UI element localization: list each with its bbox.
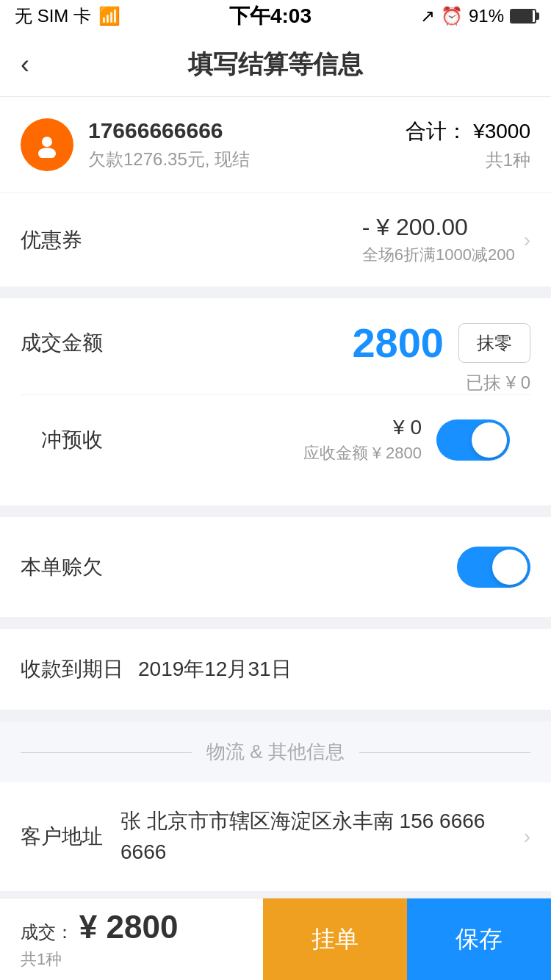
user-row: 17666666666 欠款1276.35元, 现结 合计： ¥3000 共1种 xyxy=(0,97,551,192)
logistics-header: 物流 & 其他信息 xyxy=(0,721,551,782)
status-time: 下午4:03 xyxy=(229,2,311,30)
prepay-amount: ¥ 0 xyxy=(303,416,422,439)
total-label: 合计： xyxy=(406,120,467,143)
deal-sub: 已抹 ¥ 0 xyxy=(21,371,530,394)
deal-label: 成交金额 xyxy=(21,329,103,357)
prepay-sub: 应收金额 ¥ 2800 xyxy=(303,442,422,464)
bottom-bar: 成交： ¥ 2800 共1种 挂单 保存 xyxy=(0,898,551,980)
coupon-row[interactable]: 优惠券 - ¥ 200.00 全场6折满1000减200 › xyxy=(0,192,551,287)
status-right: ↗ ⏰ 91% xyxy=(420,6,536,26)
user-right: 合计： ¥3000 共1种 xyxy=(406,118,530,172)
nav-bar: ‹ 填写结算等信息 xyxy=(0,32,551,97)
logistics-section: 物流 & 其他信息 xyxy=(0,721,551,782)
user-info: 17666666666 欠款1276.35元, 现结 xyxy=(88,118,250,171)
bottom-deal-label: 成交： xyxy=(21,922,73,942)
prepay-right: ¥ 0 应收金额 ¥ 2800 xyxy=(303,416,510,464)
user-section: 17666666666 欠款1276.35元, 现结 合计： ¥3000 共1种… xyxy=(0,97,551,287)
own-debt-toggle-circle xyxy=(492,550,527,585)
status-left: 无 SIM 卡 📶 xyxy=(15,4,120,28)
deal-row: 成交金额 2800 抹零 xyxy=(21,319,530,367)
due-date-section: 收款到期日 2019年12月31日 xyxy=(0,629,551,710)
own-debt-row: 本单赊欠 xyxy=(0,517,551,617)
bottom-summary: 成交： ¥ 2800 共1种 xyxy=(0,909,263,970)
due-date-row: 收款到期日 2019年12月31日 xyxy=(0,629,551,710)
back-button[interactable]: ‹ xyxy=(21,49,29,80)
battery-text: 91% xyxy=(469,6,504,26)
user-phone: 17666666666 xyxy=(88,118,250,143)
address-section: 客户地址 张 北京市市辖区海淀区永丰南 156 6666 6666 › xyxy=(0,782,551,891)
bottom-deal-price: ¥ 2800 xyxy=(79,909,179,945)
due-date-label: 收款到期日 xyxy=(21,655,123,683)
total-amount: ¥3000 xyxy=(473,120,530,143)
own-debt-toggle[interactable] xyxy=(457,547,530,588)
coupon-label: 优惠券 xyxy=(21,226,82,254)
deal-right: 2800 抹零 xyxy=(352,319,530,367)
page-title: 填写结算等信息 xyxy=(188,48,363,82)
own-debt-label: 本单赊欠 xyxy=(21,553,103,581)
deal-amount: 2800 xyxy=(352,319,444,367)
prepay-label: 冲预收 xyxy=(41,426,103,454)
due-date-value: 2019年12月31日 xyxy=(138,655,292,683)
total-count: 共1种 xyxy=(406,148,530,172)
battery-icon xyxy=(510,9,536,24)
alarm-icon: ⏰ xyxy=(441,6,463,26)
avatar xyxy=(21,118,73,171)
round-button[interactable]: 抹零 xyxy=(458,323,530,363)
coupon-right: - ¥ 200.00 全场6折满1000减200 › xyxy=(362,214,530,266)
svg-point-1 xyxy=(38,148,56,158)
logistics-title: 物流 & 其他信息 xyxy=(192,739,359,765)
coupon-description: 全场6折满1000减200 xyxy=(362,244,515,266)
address-label: 客户地址 xyxy=(21,823,103,851)
status-bar: 无 SIM 卡 📶 下午4:03 ↗ ⏰ 91% xyxy=(0,0,551,32)
svg-point-0 xyxy=(42,137,52,147)
own-debt-section: 本单赊欠 xyxy=(0,517,551,617)
no-sim-text: 无 SIM 卡 xyxy=(15,4,91,28)
pending-button[interactable]: 挂单 xyxy=(263,898,407,981)
address-row[interactable]: 客户地址 张 北京市市辖区海淀区永丰南 156 6666 6666 › xyxy=(0,782,551,891)
wifi-icon: 📶 xyxy=(98,6,120,26)
user-debt: 欠款1276.35元, 现结 xyxy=(88,148,250,171)
bottom-deal-count: 共1种 xyxy=(21,948,242,970)
total-row: 合计： ¥3000 xyxy=(406,118,530,145)
prepay-toggle[interactable] xyxy=(436,419,510,461)
toggle-circle xyxy=(472,422,507,458)
coupon-chevron: › xyxy=(524,228,530,252)
deal-section: 成交金额 2800 抹零 已抹 ¥ 0 冲预收 ¥ 0 应收金额 ¥ 2800 xyxy=(0,298,551,505)
address-chevron: › xyxy=(524,825,530,849)
prepay-row: 冲预收 ¥ 0 应收金额 ¥ 2800 xyxy=(21,394,530,485)
save-button[interactable]: 保存 xyxy=(407,898,551,981)
address-value: 张 北京市市辖区海淀区永丰南 156 6666 6666 xyxy=(120,806,524,868)
coupon-discount: - ¥ 200.00 xyxy=(362,214,515,241)
user-left: 17666666666 欠款1276.35元, 现结 xyxy=(21,118,250,171)
location-icon: ↗ xyxy=(420,6,435,26)
